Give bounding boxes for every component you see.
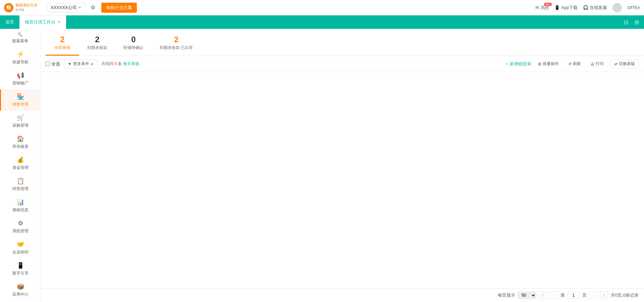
marketing-icon: 📢 [17, 72, 24, 79]
refresh-label: 刷新 [573, 61, 581, 67]
stat-overdue-number: 2 [95, 36, 99, 44]
select-all-input[interactable] [46, 62, 50, 66]
page-unit: 页 [582, 292, 587, 298]
sidebar-item-guide[interactable]: 📱 新手引导 [0, 258, 40, 280]
stat-tab-all[interactable]: 2 全部单据 [46, 33, 79, 56]
tab-qinguo[interactable]: 钱货日清工作台 ✕ [19, 15, 66, 29]
sidebar-label-purchase: 采购管理 [12, 123, 29, 128]
sales-icon: 🏪 [17, 93, 24, 100]
message-icon: ✉ [535, 5, 539, 10]
operations-icon: 📋 [17, 177, 24, 185]
message-button[interactable]: ✉ 消息 99+ [535, 5, 549, 11]
page-last-button[interactable]: ⟫ [600, 291, 608, 299]
found-text: 共找到 0 条 相关单据 [101, 61, 139, 67]
found-count: 0 [114, 61, 117, 66]
sidebar-item-finance[interactable]: 💰 资金管理 [0, 153, 40, 174]
batch-operation-button[interactable]: ⊞ 批量操作 [535, 60, 561, 68]
filter-label: 更多条件 [73, 61, 89, 67]
stat-all-number: 2 [60, 36, 64, 44]
logo-text: 畅捷通好生意 [15, 3, 38, 7]
tab-bar: 首页 钱货日清工作台 ✕ ⊟ ⊞ [0, 15, 644, 29]
message-badge: 99+ [544, 3, 552, 6]
related-link[interactable]: 相关单据 [123, 61, 139, 66]
tab-bar-actions: ⊟ ⊞ [622, 18, 644, 26]
logo-area: 畅 畅捷通好生意 标准版 [4, 3, 44, 12]
print-button[interactable]: 🖨 打印 [588, 60, 606, 68]
tab-home[interactable]: 首页 [0, 15, 19, 29]
sidebar-label-quick-nav: 快捷导航 [12, 59, 29, 65]
sidebar-label-marketing: 营销推广 [12, 80, 29, 86]
switch-version-button[interactable]: ⇄ 切换新版 [610, 59, 639, 68]
sidebar-label-guide: 新手引导 [12, 270, 29, 276]
sidebar-item-system[interactable]: ⚙ 系统管理 [0, 216, 40, 237]
switch-icon: ⇄ [614, 62, 618, 66]
content-area: 2 全部单据 2 到期未收款 0 旺铺待确认 2 到期未收款 已出库 全选 [40, 29, 644, 302]
stats-tabs: 2 全部单据 2 到期未收款 0 旺铺待确认 2 到期未收款 已出库 [40, 29, 644, 56]
stat-tab-pending[interactable]: 0 旺铺待确认 [115, 33, 152, 56]
print-icon: 🖨 [590, 62, 594, 66]
stat-tab-overdue[interactable]: 2 到期未收款 [79, 33, 115, 56]
basic-info-icon: 📊 [17, 198, 24, 206]
page-size-label: 每页显示 [498, 292, 515, 298]
search-icon: 🔍 [17, 32, 22, 37]
page-first-button[interactable]: ⟪ [539, 291, 547, 299]
filter-chevron-icon: ∨ [91, 62, 94, 66]
batch-icon: ⊞ [538, 62, 541, 66]
sidebar-item-operations[interactable]: 📋 经营管理 [0, 174, 40, 195]
tab-qinguo-label: 钱货日清工作台 [25, 19, 55, 25]
total-label: 共0页,0条记录 [611, 292, 639, 298]
trial-button[interactable]: 体验行业方案 [101, 3, 137, 13]
tab-expand-button[interactable]: ⊞ [633, 18, 641, 26]
table-area [40, 72, 644, 288]
tab-minimize-button[interactable]: ⊟ [622, 18, 630, 26]
guide-icon: 📱 [17, 262, 24, 269]
company-selector[interactable]: XXXXXX公司 ▼ [47, 3, 85, 12]
sidebar-search-button[interactable]: 🔍 搜索菜单 [0, 29, 40, 47]
sidebar-item-purchase[interactable]: 🛒 采购管理 [0, 111, 40, 132]
sidebar-item-inventory[interactable]: 🏠 库存核算 [0, 132, 40, 153]
sidebar-item-basic-info[interactable]: 📊 基础信息 [0, 195, 40, 216]
sidebar-item-marketing[interactable]: 📢 营销推广 [0, 68, 40, 89]
enterprise-icon: 🤝 [17, 241, 24, 248]
sidebar-item-enterprise[interactable]: 🤝 企业协同 [0, 237, 40, 258]
stat-overdue-label: 到期未收款 [87, 45, 107, 51]
purchase-icon: 🛒 [17, 114, 24, 121]
sidebar-item-wechat[interactable]: 💬 企业微信 [0, 301, 40, 302]
sidebar-label-sales: 销售管理 [12, 102, 29, 107]
stat-pending-number: 0 [131, 36, 136, 44]
stat-tab-shipped[interactable]: 2 到期未收款 已出库 [152, 33, 201, 56]
sidebar-item-app-center[interactable]: 📦 应用中心 [0, 280, 40, 301]
page-size-select[interactable]: 20 50 100 [518, 292, 536, 299]
sidebar-item-quick-nav[interactable]: ⚡ 快捷导航 [0, 47, 40, 68]
avatar[interactable] [612, 3, 622, 12]
batch-label: 批量操作 [543, 61, 559, 67]
settings-button[interactable]: ⚙ [88, 3, 98, 13]
page-next-button[interactable]: › [589, 291, 597, 299]
select-all-label: 全选 [51, 61, 60, 67]
toolbar: 全选 ▼ 更多条件 ∨ 共找到 0 条 相关单据 + 新增销货单 [40, 56, 644, 72]
app-download-button[interactable]: 📱 App下载 [554, 5, 578, 11]
stat-pending-label: 旺铺待确认 [123, 45, 144, 51]
filter-icon: ▼ [68, 62, 72, 66]
quick-nav-icon: ⚡ [17, 51, 24, 58]
sidebar-label-app-center: 应用中心 [12, 292, 29, 297]
online-support-button[interactable]: 🎧 在线客服 [583, 5, 607, 11]
select-all-checkbox[interactable]: 全选 [46, 61, 60, 67]
filter-button[interactable]: ▼ 更多条件 ∨ [64, 59, 97, 68]
tab-close-icon[interactable]: ✕ [57, 20, 61, 24]
refresh-button[interactable]: ↺ 刷新 [566, 60, 584, 68]
inventory-icon: 🏠 [17, 135, 24, 142]
switch-label: 切换新版 [619, 61, 635, 67]
dropdown-arrow-icon: ▼ [78, 6, 82, 9]
download-icon: 📱 [554, 5, 560, 10]
tab-home-label: 首页 [5, 19, 14, 25]
sidebar-label-inventory: 库存核算 [12, 144, 29, 149]
app-center-icon: 📦 [17, 283, 24, 290]
add-sales-order-button[interactable]: + 新增销货单 [505, 61, 531, 67]
support-icon: 🎧 [583, 5, 588, 10]
sidebar-item-sales[interactable]: 🏪 销售管理 [0, 89, 40, 111]
page-prev-button[interactable]: ‹ [550, 291, 558, 299]
page-number-input[interactable] [568, 292, 580, 299]
system-icon: ⚙ [18, 220, 23, 227]
print-label: 打印 [596, 61, 604, 67]
